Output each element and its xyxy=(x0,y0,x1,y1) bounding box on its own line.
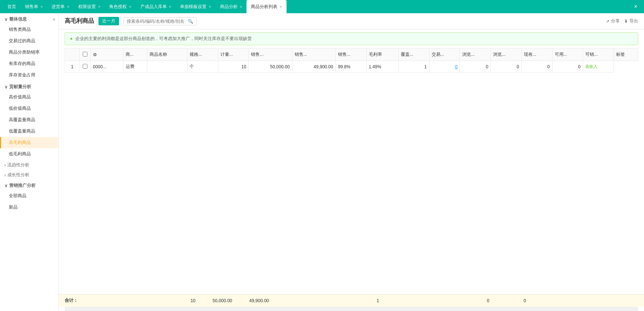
sidebar-group-growth[interactable]: › 成长性分析 xyxy=(0,170,58,180)
sidebar-group-marketing[interactable]: ∨ 营销推广分析 xyxy=(0,180,58,190)
th-coverage[interactable]: 覆盖... xyxy=(398,48,429,61)
info-icon: ✦ xyxy=(69,36,73,41)
close-tab-role-auth[interactable]: × xyxy=(129,4,131,9)
sidebar-group-contribution[interactable]: ∨ 贡献量分析 xyxy=(0,81,58,91)
sidebar-collapse-button[interactable]: « xyxy=(53,16,55,22)
cell-stock-avail: 0 xyxy=(491,61,522,73)
sidebar-item-high-coverage[interactable]: 高覆盖量商品 xyxy=(0,114,58,126)
nav-sales-order[interactable]: 销售单 × xyxy=(21,0,47,13)
cell-index: 1 xyxy=(65,61,80,73)
th-setting[interactable]: ⚙ xyxy=(91,48,123,61)
close-tab-product-analysis[interactable]: × xyxy=(240,4,242,9)
cell-code: 0000... xyxy=(91,61,123,73)
sidebar-group-overview[interactable]: ∨ 整体信息 xyxy=(0,13,58,24)
th-available[interactable]: 可用... xyxy=(552,48,583,61)
cell-coverage: 1.49% xyxy=(366,61,398,73)
cell-tag: 高收入 xyxy=(583,61,614,73)
sidebar-item-inventory-capital[interactable]: 库存资金占用 xyxy=(0,69,58,81)
select-all-checkbox[interactable] xyxy=(83,52,87,57)
window-close-button[interactable]: × xyxy=(630,3,641,10)
th-name[interactable]: 商品名称 xyxy=(147,48,187,61)
share-icon: ↗ xyxy=(606,19,609,24)
th-stock-avail[interactable]: 现有... xyxy=(521,48,552,61)
cell-browse2: 0 xyxy=(460,61,491,73)
search-box[interactable]: 🔍 xyxy=(123,17,197,25)
content-header: 高毛利商品 近一月 🔍 ↗ 分享 ⬇ 导出 xyxy=(59,13,644,29)
cell-browse1[interactable]: 0 xyxy=(429,61,460,73)
horizontal-scrollbar[interactable] xyxy=(65,307,638,311)
sidebar-item-sales-goods[interactable]: 销售类商品 xyxy=(0,24,58,35)
footer-available: 0 xyxy=(497,298,526,303)
th-check xyxy=(80,48,91,61)
th-unit[interactable]: 计量... xyxy=(218,48,249,61)
sidebar-item-in-stock-goods[interactable]: 有库存的商品 xyxy=(0,58,58,69)
th-sales-qty[interactable]: 销售... xyxy=(249,48,292,61)
sidebar-item-low-coverage[interactable]: 低覆盖量商品 xyxy=(0,126,58,137)
search-input[interactable] xyxy=(127,19,186,24)
cell-spec xyxy=(147,61,187,73)
table-container[interactable]: ⚙ 商... 商品名称 规格... 计量... 销售... 销售... 销售..… xyxy=(65,48,638,294)
chevron-down-icon-3: ∨ xyxy=(4,183,8,188)
top-navigation: 首页 销售单 × 进货单 × 权限设置 × 角色授权 × 产成品入库单 × 单据… xyxy=(0,0,644,13)
header-actions: ↗ 分享 ⬇ 导出 xyxy=(606,18,638,24)
sidebar-item-category-sales-rate[interactable]: 商品分类助销率 xyxy=(0,47,58,58)
nav-product-analysis[interactable]: 商品分析 × xyxy=(216,0,247,13)
th-sales-amt[interactable]: 销售... xyxy=(292,48,335,61)
sidebar: « ∨ 整体信息 销售类商品 交易过的商品 商品分类助销率 有库存的商品 库存资… xyxy=(0,13,59,311)
close-tab-sales[interactable]: × xyxy=(40,4,43,9)
table-header-row: ⚙ 商... 商品名称 规格... 计量... 销售... 销售... 销售..… xyxy=(65,48,638,61)
nav-product-storage[interactable]: 产成品入库单 × xyxy=(136,0,176,13)
cell-gross-rate: 99.8% xyxy=(335,61,366,73)
chevron-down-icon: ∨ xyxy=(4,17,8,22)
info-banner-text: 企业的主要的利润都是这部分商品创造的，可考虑加大推广，同时关注库存是不要出现缺货 xyxy=(75,36,252,42)
footer-sales-qty: 10 xyxy=(166,298,195,303)
footer-sales-profit: 49,900.00 xyxy=(240,298,269,303)
th-browse1[interactable]: 浏览... xyxy=(460,48,491,61)
close-tab-permissions[interactable]: × xyxy=(98,4,100,9)
nav-template-settings[interactable]: 单据模板设置 × xyxy=(176,0,215,13)
nav-product-analysis-list[interactable]: 商品分析列表 × xyxy=(247,0,286,13)
th-browse2[interactable]: 浏览... xyxy=(491,48,522,61)
close-tab-product-storage[interactable]: × xyxy=(169,4,171,9)
sidebar-group-trend[interactable]: › 流趋性分析 xyxy=(0,160,58,170)
footer-label: 合计： xyxy=(65,297,78,304)
th-saleable[interactable]: 可销... xyxy=(583,48,614,61)
cell-name: 运费 xyxy=(123,61,147,73)
sidebar-item-low-margin[interactable]: 低毛利商品 xyxy=(0,148,58,160)
sidebar-item-traded-goods[interactable]: 交易过的商品 xyxy=(0,35,58,47)
th-index xyxy=(65,48,80,61)
cell-sales-qty: 10 xyxy=(218,61,249,73)
chevron-right-icon: › xyxy=(4,163,6,168)
page-title: 高毛利商品 xyxy=(65,17,94,25)
th-trade[interactable]: 交易... xyxy=(429,48,460,61)
close-tab-product-analysis-list[interactable]: × xyxy=(280,4,282,9)
th-sales-profit[interactable]: 销售... xyxy=(335,48,366,61)
nav-role-auth[interactable]: 角色授权 × xyxy=(105,0,136,13)
footer-sales-amt: 50,000.00 xyxy=(203,298,232,303)
nav-purchase[interactable]: 进货单 × xyxy=(47,0,73,13)
chevron-right-icon-2: › xyxy=(4,173,6,178)
cell-check[interactable] xyxy=(80,61,91,73)
cell-unit: 个 xyxy=(187,61,218,73)
th-code[interactable]: 商... xyxy=(123,48,147,61)
th-spec[interactable]: 规格... xyxy=(187,48,218,61)
sidebar-item-all-goods[interactable]: 全部商品 xyxy=(0,190,58,202)
search-icon[interactable]: 🔍 xyxy=(188,19,193,24)
row-checkbox[interactable] xyxy=(83,64,87,69)
th-tag[interactable]: 标签 xyxy=(614,48,638,61)
sidebar-item-high-value[interactable]: 高价值商品 xyxy=(0,91,58,103)
time-filter-button[interactable]: 近一月 xyxy=(98,17,119,25)
nav-permissions[interactable]: 权限设置 × xyxy=(74,0,105,13)
cell-sales-amt: 50,000.00 xyxy=(249,61,292,73)
sidebar-item-low-value[interactable]: 低价值商品 xyxy=(0,103,58,114)
main-layout: « ∨ 整体信息 销售类商品 交易过的商品 商品分类助销率 有库存的商品 库存资… xyxy=(0,13,644,311)
close-tab-purchase[interactable]: × xyxy=(67,4,69,9)
cell-saleable: 0 xyxy=(552,61,583,73)
sidebar-item-high-margin[interactable]: 高毛利商品 xyxy=(0,137,58,148)
nav-home[interactable]: 首页 xyxy=(3,0,21,13)
close-tab-template[interactable]: × xyxy=(209,4,211,9)
export-button[interactable]: ⬇ 导出 xyxy=(624,18,638,24)
sidebar-item-new-goods[interactable]: 新品 xyxy=(0,202,58,213)
share-button[interactable]: ↗ 分享 xyxy=(606,18,620,24)
th-gross-rate[interactable]: 毛利率 xyxy=(366,48,398,61)
